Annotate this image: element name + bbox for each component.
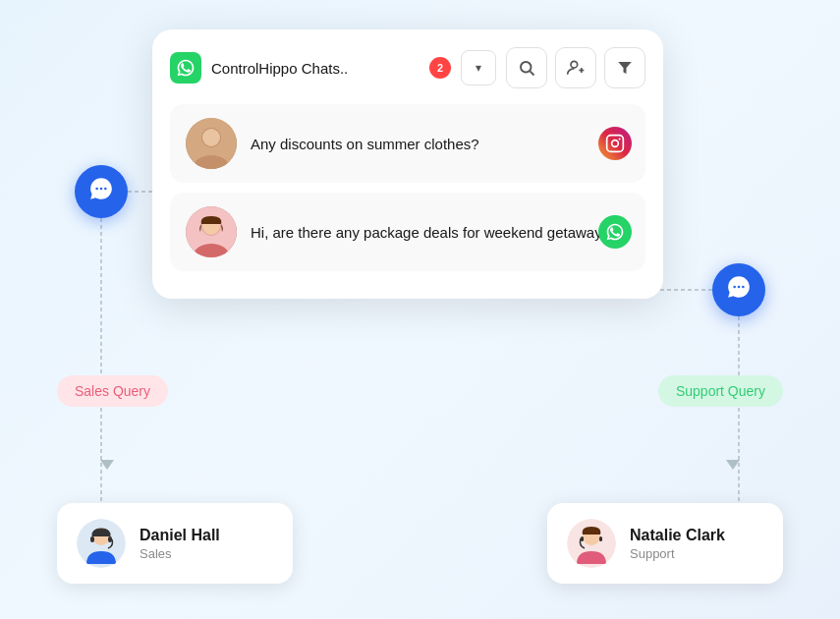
agent-avatar-daniel	[77, 519, 126, 568]
agent-role-daniel: Sales	[140, 546, 220, 561]
svg-point-10	[738, 286, 741, 289]
left-chat-icon-button[interactable]	[75, 165, 128, 218]
chat-icon-right	[726, 274, 752, 306]
unread-badge: 2	[429, 57, 451, 79]
svg-point-14	[571, 61, 578, 68]
right-chat-icon-button[interactable]	[712, 263, 765, 316]
agent-info-natalie: Natalie Clark Support	[630, 527, 725, 561]
header-actions	[506, 47, 645, 88]
svg-point-11	[742, 286, 745, 289]
chevron-down-button[interactable]: ▾	[461, 50, 496, 85]
chat-message-2: Hi, are there any package deals for week…	[170, 193, 645, 271]
svg-line-13	[530, 71, 533, 75]
agent-name-daniel: Daniel Hall	[140, 527, 220, 544]
support-label-text: Support Query	[676, 383, 765, 399]
agent-name-natalie: Natalie Clark	[630, 527, 725, 544]
chat-icon-left	[88, 176, 114, 207]
svg-point-6	[95, 188, 98, 191]
svg-point-20	[202, 129, 220, 146]
whatsapp-platform-icon	[170, 52, 201, 84]
avatar-user1	[186, 118, 237, 169]
agent-card-natalie: Natalie Clark Support	[547, 503, 783, 584]
svg-point-8	[104, 188, 107, 191]
svg-point-12	[521, 62, 532, 73]
svg-point-23	[619, 138, 621, 140]
arrow-right	[726, 460, 740, 470]
arrow-left	[100, 460, 114, 470]
svg-rect-35	[599, 536, 602, 541]
avatar-user2	[186, 206, 237, 257]
svg-point-9	[733, 286, 736, 289]
agent-info-daniel: Daniel Hall Sales	[140, 527, 220, 561]
instagram-icon	[598, 127, 632, 160]
message-text-2: Hi, are there any package deals for week…	[251, 222, 630, 243]
agent-card-daniel: Daniel Hall Sales	[57, 503, 293, 584]
sales-query-label: Sales Query	[57, 375, 168, 407]
chevron-down-icon: ▾	[476, 61, 481, 75]
agent-avatar-natalie	[567, 519, 616, 568]
scene: ControlHippo Chats.. 2 ▾	[0, 0, 840, 619]
sales-label-text: Sales Query	[75, 383, 150, 399]
chat-header: ControlHippo Chats.. 2 ▾	[170, 47, 645, 88]
svg-rect-30	[90, 536, 94, 542]
svg-rect-21	[607, 136, 624, 152]
svg-point-7	[100, 188, 103, 191]
whatsapp-icon	[598, 215, 632, 249]
svg-rect-31	[108, 536, 112, 542]
support-query-label: Support Query	[658, 375, 783, 407]
search-button[interactable]	[506, 47, 547, 88]
message-text-1: Any discounts on summer clothes?	[251, 134, 630, 154]
filter-button[interactable]	[604, 47, 645, 88]
channel-name: ControlHippo Chats..	[211, 60, 420, 77]
add-contact-button[interactable]	[555, 47, 596, 88]
chat-message-1: Any discounts on summer clothes?	[170, 104, 645, 183]
svg-point-22	[612, 141, 619, 147]
agent-role-natalie: Support	[630, 546, 725, 561]
chat-panel: ControlHippo Chats.. 2 ▾	[152, 29, 663, 299]
